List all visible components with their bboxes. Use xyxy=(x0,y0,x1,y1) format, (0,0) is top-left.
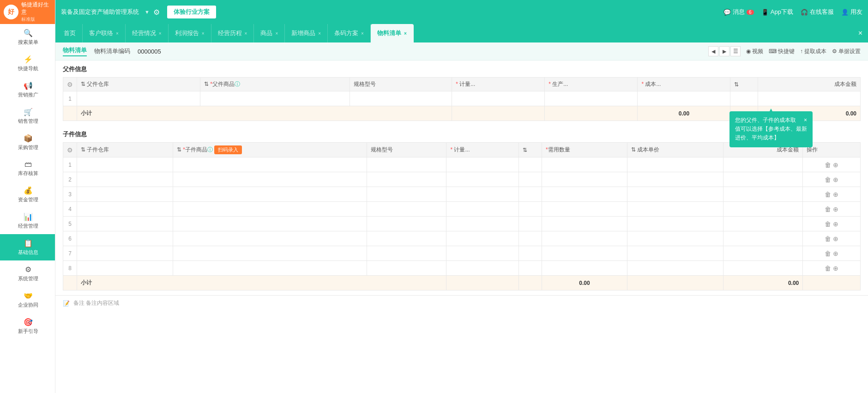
tab-goods[interactable]: 商品 × xyxy=(254,24,285,42)
child-row-spec[interactable] xyxy=(367,172,446,187)
child-row-warehouse[interactable] xyxy=(77,172,173,187)
child-row-unit-cost[interactable] xyxy=(627,261,723,276)
sidebar-item-basic-info[interactable]: 📋 基础信息 xyxy=(0,234,55,260)
sidebar-item-search[interactable]: 🔍 搜索菜单 xyxy=(0,24,55,50)
nav-menu-button[interactable]: ☰ xyxy=(730,46,741,56)
tab-operations[interactable]: 经营情况 × xyxy=(126,24,169,42)
delete-icon[interactable]: 🗑 xyxy=(825,176,831,183)
copy-icon[interactable]: ⊕ xyxy=(833,250,838,257)
child-row-unit-cost[interactable] xyxy=(627,187,723,202)
delete-icon[interactable]: 🗑 xyxy=(825,235,831,242)
child-row-measure[interactable] xyxy=(446,172,519,187)
child-row-warehouse[interactable] xyxy=(77,157,173,172)
sidebar-item-guide[interactable]: 🎯 新手引导 xyxy=(0,313,55,339)
child-row-spec[interactable] xyxy=(367,202,446,217)
child-row-goods[interactable] xyxy=(173,172,367,187)
nav-right-button[interactable]: ▶ xyxy=(719,46,729,56)
sidebar-item-finance[interactable]: 💰 资金管理 xyxy=(0,181,55,208)
copy-icon[interactable]: ⊕ xyxy=(833,206,838,213)
tab-profit-close[interactable]: × xyxy=(202,31,205,36)
child-row-unit-cost[interactable] xyxy=(627,217,723,231)
tab-customer-close[interactable]: × xyxy=(116,31,119,36)
child-row-goods[interactable] xyxy=(173,261,367,276)
delete-icon[interactable]: 🗑 xyxy=(825,206,831,213)
copy-icon[interactable]: ⊕ xyxy=(833,235,838,242)
sidebar-item-operations-mgmt[interactable]: 📊 经营管理 xyxy=(0,208,55,234)
sidebar-item-system[interactable]: ⚙ 系统管理 xyxy=(0,260,55,287)
action-view[interactable]: ◉ 视频 xyxy=(746,48,763,55)
child-row-warehouse[interactable] xyxy=(77,261,173,276)
tab-barcode[interactable]: 条码方案 × xyxy=(328,24,371,42)
tab-goods-close[interactable]: × xyxy=(275,31,278,36)
child-row-unit-cost[interactable] xyxy=(627,202,723,217)
messages-item[interactable]: 💬 消息 6 xyxy=(723,8,754,16)
child-row-measure[interactable] xyxy=(446,261,519,276)
child-row-qty[interactable] xyxy=(542,231,627,246)
child-row-spec[interactable] xyxy=(367,157,446,172)
delete-icon[interactable]: 🗑 xyxy=(825,250,831,257)
sidebar-item-enterprise[interactable]: 🤝 企业协同 xyxy=(0,287,55,313)
child-row-goods[interactable] xyxy=(173,157,367,172)
online-service-item[interactable]: 🎧 在线客服 xyxy=(801,8,834,16)
child-row-qty[interactable] xyxy=(542,261,627,276)
child-row-measure[interactable] xyxy=(446,157,519,172)
child-row-spec[interactable] xyxy=(367,231,446,246)
subheader-tab1[interactable]: 物料清单 xyxy=(63,46,87,56)
sidebar-item-sales[interactable]: 🛒 销售管理 xyxy=(0,103,55,129)
child-row-qty[interactable] xyxy=(542,217,627,231)
child-row-unit-cost[interactable] xyxy=(627,172,723,187)
parent-row-measure[interactable] xyxy=(452,91,545,106)
delete-icon[interactable]: 🗑 xyxy=(825,161,831,169)
trial-button[interactable]: 体验行业方案 xyxy=(167,6,216,18)
child-row-measure[interactable] xyxy=(446,217,519,231)
delete-icon[interactable]: 🗑 xyxy=(825,265,831,272)
tab-new-goods[interactable]: 新增商品 × xyxy=(285,24,328,42)
child-row-unit-cost[interactable] xyxy=(627,246,723,261)
child-row-goods[interactable] xyxy=(173,202,367,217)
action-extract-cost[interactable]: ↑ 提取成本 xyxy=(800,48,826,55)
copy-icon[interactable]: ⊕ xyxy=(833,161,838,169)
delete-icon[interactable]: 🗑 xyxy=(825,220,831,228)
child-row-spec[interactable] xyxy=(367,217,446,231)
parent-th-gear[interactable]: ⚙ xyxy=(63,78,77,91)
child-row-goods[interactable] xyxy=(173,246,367,261)
tab-barcode-close[interactable]: × xyxy=(361,31,364,36)
tab-customer[interactable]: 客户联络 × xyxy=(83,24,126,42)
copy-icon[interactable]: ⊕ xyxy=(833,220,838,228)
topbar-gear-icon[interactable]: ⚙ xyxy=(153,8,160,17)
parent-row-spec[interactable] xyxy=(350,91,452,106)
sidebar-item-marketing[interactable]: 📢 营销推广 xyxy=(0,77,55,103)
child-row-unit-cost[interactable] xyxy=(627,231,723,246)
parent-row-produce[interactable] xyxy=(545,91,638,106)
child-row-qty[interactable] xyxy=(542,202,627,217)
child-row-spec[interactable] xyxy=(367,261,446,276)
sidebar-item-quick-nav[interactable]: ⚡ 快捷导航 xyxy=(0,50,55,77)
tabs-close-all[interactable]: × xyxy=(855,29,866,37)
child-row-unit-cost[interactable] xyxy=(627,157,723,172)
copy-icon[interactable]: ⊕ xyxy=(833,191,838,198)
child-row-measure[interactable] xyxy=(446,246,519,261)
tab-history[interactable]: 经营历程 × xyxy=(211,24,254,42)
tab-new-goods-close[interactable]: × xyxy=(318,31,321,36)
tab-profit[interactable]: 利润报告 × xyxy=(169,24,211,42)
parent-row-goods[interactable] xyxy=(200,91,350,106)
child-row-measure[interactable] xyxy=(446,231,519,246)
user-item[interactable]: 👤 用友 xyxy=(841,8,862,16)
subheader-tab2[interactable]: 物料清单编码 xyxy=(94,47,130,55)
child-row-warehouse[interactable] xyxy=(77,231,173,246)
action-single-settings[interactable]: ⚙ 单据设置 xyxy=(832,48,861,55)
child-row-qty[interactable] xyxy=(542,246,627,261)
copy-icon[interactable]: ⊕ xyxy=(833,176,838,183)
child-row-spec[interactable] xyxy=(367,187,446,202)
scan-button[interactable]: 扫码录入 xyxy=(214,145,242,154)
child-row-warehouse[interactable] xyxy=(77,187,173,202)
tab-home[interactable]: 首页 xyxy=(57,24,83,42)
app-download-item[interactable]: 📱 App下载 xyxy=(761,8,793,16)
tab-bom[interactable]: 物料清单 × xyxy=(371,24,414,42)
parent-row-cost[interactable] xyxy=(638,91,730,106)
child-row-goods[interactable] xyxy=(173,187,367,202)
child-row-warehouse[interactable] xyxy=(77,202,173,217)
sidebar-item-purchase[interactable]: 📦 采购管理 xyxy=(0,129,55,156)
tab-operations-close[interactable]: × xyxy=(159,31,162,36)
child-row-warehouse[interactable] xyxy=(77,246,173,261)
